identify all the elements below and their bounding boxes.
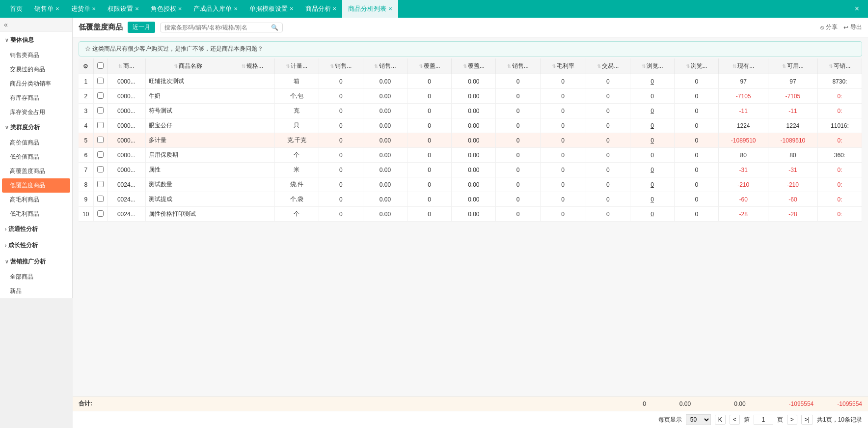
- row-checkbox[interactable]: [93, 192, 107, 207]
- row-browse2: 0: [675, 74, 719, 89]
- col-current[interactable]: ⇅现有...: [719, 58, 768, 74]
- col-settings[interactable]: ⚙: [79, 58, 93, 74]
- col-gross-margin[interactable]: ⇅毛利率: [540, 58, 586, 74]
- row-sales2: 0.00: [363, 104, 407, 118]
- row-sku: 0000...: [107, 89, 146, 104]
- sidebar-item-high-coverage[interactable]: 高覆盖度商品: [0, 164, 72, 178]
- col-browse2[interactable]: ⇅浏览...: [675, 58, 719, 74]
- row-browse2: 0: [675, 163, 719, 177]
- time-filter-button[interactable]: 近一月: [128, 22, 155, 33]
- col-cov1[interactable]: ⇅覆盖...: [407, 58, 452, 74]
- sidebar-item-high-margin[interactable]: 高毛利商品: [0, 193, 72, 207]
- page-number-input[interactable]: [754, 415, 773, 425]
- sidebar-item-new-goods[interactable]: 新品: [0, 284, 72, 298]
- export-button[interactable]: ↩ 导出: [843, 23, 862, 31]
- row-browse1[interactable]: 0: [630, 163, 674, 177]
- row-cov2: 0.00: [452, 74, 496, 89]
- row-browse1[interactable]: 0: [630, 133, 674, 148]
- col-transaction[interactable]: ⇅交易...: [586, 58, 630, 74]
- row-browse1[interactable]: 0: [630, 177, 674, 192]
- next-page-button[interactable]: >: [787, 415, 797, 425]
- prev-page-button[interactable]: <: [730, 415, 740, 425]
- nav-template-settings[interactable]: 单据模板设置 ×: [244, 0, 299, 18]
- nav-product-analysis-list[interactable]: 商品分析列表 ×: [342, 0, 398, 18]
- row-unit: 个,袋: [274, 192, 319, 207]
- share-button[interactable]: ⎋ 分享: [820, 23, 838, 31]
- nav-purchase[interactable]: 进货单 ×: [65, 0, 102, 18]
- sidebar-section-growth[interactable]: › 成长性分析: [0, 237, 72, 254]
- table-row: 2 0000... 牛奶 个,包 0 0.00 0 0.00 0 0 0 0 0…: [79, 89, 862, 104]
- col-sku[interactable]: ⇅商...: [107, 58, 146, 74]
- row-sales3: 0: [496, 74, 540, 89]
- sidebar-item-category-rate[interactable]: 商品分类动销率: [0, 77, 72, 91]
- per-page-select[interactable]: 20 50 100: [686, 414, 711, 425]
- col-checkbox[interactable]: [93, 58, 107, 74]
- row-checkbox[interactable]: [93, 148, 107, 163]
- sidebar-item-high-value[interactable]: 高价值商品: [0, 136, 72, 150]
- row-checkbox[interactable]: [93, 118, 107, 133]
- sidebar-item-low-margin[interactable]: 低毛利商品: [0, 207, 72, 221]
- col-spec[interactable]: ⇅规格...: [230, 58, 274, 74]
- search-input[interactable]: [164, 24, 269, 31]
- row-browse1[interactable]: 0: [630, 89, 674, 104]
- col-cov2[interactable]: ⇅覆盖...: [452, 58, 496, 74]
- chevron-right-icon: ›: [5, 227, 6, 232]
- row-checkbox[interactable]: [93, 207, 107, 222]
- row-cov2: 0.00: [452, 192, 496, 207]
- sidebar-section-flow[interactable]: › 流通性分析: [0, 221, 72, 237]
- nav-sales[interactable]: 销售单 ×: [28, 0, 65, 18]
- sidebar-item-in-stock[interactable]: 有库存商品: [0, 91, 72, 105]
- nav-permissions[interactable]: 权限设置 ×: [102, 0, 145, 18]
- row-unit: 袋,件: [274, 177, 319, 192]
- row-browse1[interactable]: 0: [630, 118, 674, 133]
- col-name[interactable]: ⇅商品名称: [146, 58, 230, 74]
- col-sales1[interactable]: ⇅销售...: [319, 58, 363, 74]
- row-sales3: 0: [496, 89, 540, 104]
- sidebar-section-overall[interactable]: ∨ 整体信息: [0, 32, 72, 48]
- sidebar-item-sales-goods[interactable]: 销售类商品: [0, 48, 72, 62]
- col-unit[interactable]: ⇅计量...: [274, 58, 319, 74]
- sidebar-item-low-value[interactable]: 低价值商品: [0, 150, 72, 164]
- content-area: 低覆盖度商品 近一月 🔍 ⎋ 分享 ↩ 导出 ☆ 这类商品只有很少客户购买过，是…: [73, 18, 868, 428]
- col-saleable[interactable]: ⇅可销...: [817, 58, 862, 74]
- first-page-button[interactable]: K: [715, 415, 726, 425]
- row-available: 80: [768, 148, 818, 163]
- row-checkbox[interactable]: [93, 89, 107, 104]
- search-icon[interactable]: 🔍: [271, 24, 278, 31]
- sidebar-item-stock-capital[interactable]: 库存资金占用: [0, 105, 72, 119]
- col-browse1[interactable]: ⇅浏览...: [630, 58, 674, 74]
- nav-product-analysis[interactable]: 商品分析 ×: [299, 0, 343, 18]
- row-checkbox[interactable]: [93, 163, 107, 177]
- nav-roles[interactable]: 角色授权 ×: [145, 0, 188, 18]
- sidebar-item-low-coverage[interactable]: 低覆盖度商品: [2, 178, 70, 193]
- row-browse1[interactable]: 0: [630, 192, 674, 207]
- row-browse1[interactable]: 0: [630, 74, 674, 89]
- row-checkbox[interactable]: [93, 133, 107, 148]
- row-browse2: 0: [675, 89, 719, 104]
- sidebar-item-traded-goods[interactable]: 交易过的商品: [0, 62, 72, 77]
- row-cov2: 0.00: [452, 177, 496, 192]
- collapse-sidebar-btn[interactable]: «: [4, 21, 8, 29]
- row-current: -210: [719, 177, 768, 192]
- row-browse1[interactable]: 0: [630, 207, 674, 222]
- row-browse1[interactable]: 0: [630, 148, 674, 163]
- table-row: 10 0024... 属性价格打印测试 个 0 0.00 0 0.00 0 0 …: [79, 207, 862, 222]
- row-browse2: 0: [675, 104, 719, 118]
- row-sales1: 0: [319, 163, 363, 177]
- close-all-tabs[interactable]: ×: [850, 4, 864, 13]
- nav-product-warehouse[interactable]: 产成品入库单 ×: [188, 0, 244, 18]
- sidebar-section-cluster[interactable]: ∨ 类群度分析: [0, 119, 72, 136]
- col-available[interactable]: ⇅可用...: [768, 58, 818, 74]
- row-checkbox[interactable]: [93, 74, 107, 89]
- nav-home[interactable]: 首页: [4, 0, 28, 18]
- col-sales3[interactable]: ⇅销售...: [496, 58, 540, 74]
- last-page-button[interactable]: >|: [801, 415, 813, 425]
- row-checkbox[interactable]: [93, 104, 107, 118]
- row-checkbox[interactable]: [93, 177, 107, 192]
- sidebar-item-all-goods[interactable]: 全部商品: [0, 270, 72, 284]
- row-spec: [230, 177, 274, 192]
- sidebar-section-marketing[interactable]: ∨ 营销推广分析: [0, 254, 72, 270]
- select-all-checkbox[interactable]: [97, 62, 104, 69]
- col-sales2[interactable]: ⇅销售...: [363, 58, 407, 74]
- row-browse1[interactable]: 0: [630, 104, 674, 118]
